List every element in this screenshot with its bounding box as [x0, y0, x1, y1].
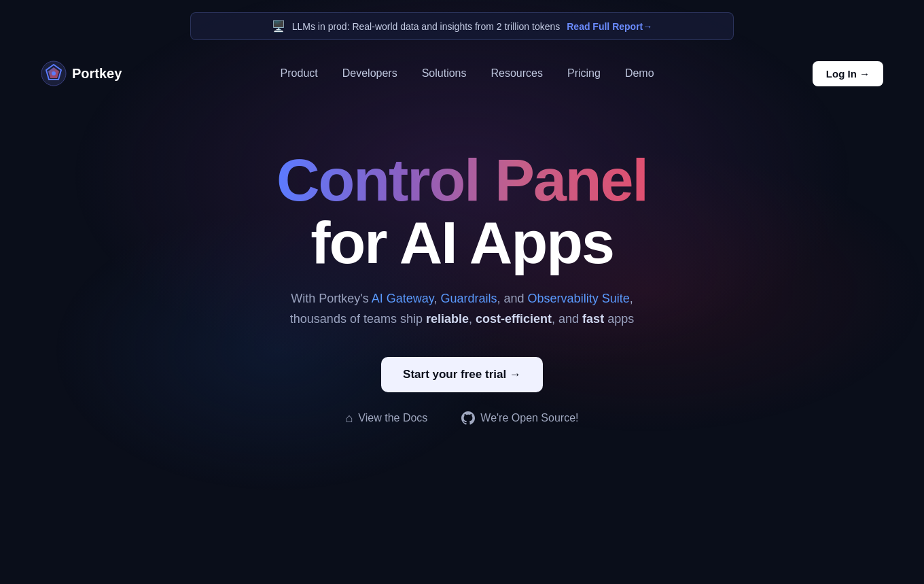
- logo[interactable]: Portkey: [41, 61, 122, 86]
- nav-item-resources[interactable]: Resources: [491, 67, 543, 80]
- nav-link-demo[interactable]: Demo: [625, 67, 654, 79]
- banner-text: LLMs in prod: Real-world data and insigh…: [292, 21, 561, 32]
- nav-link-developers[interactable]: Developers: [342, 67, 397, 79]
- announcement-banner: 🖥️ LLMs in prod: Real-world data and ins…: [190, 12, 734, 40]
- nav-link-solutions[interactable]: Solutions: [422, 67, 467, 79]
- subtitle-cost-efficient: cost-efficient: [476, 312, 552, 326]
- ai-gateway-link[interactable]: AI Gateway: [372, 292, 434, 305]
- docs-link[interactable]: ⌂ View the Docs: [345, 411, 427, 426]
- subtitle-fast: fast: [582, 312, 604, 326]
- nav-item-product[interactable]: Product: [281, 67, 318, 80]
- main-nav: Portkey Product Developers Solutions Res…: [0, 52, 924, 95]
- hero-title-line2: for AI Apps: [277, 211, 647, 274]
- subtitle-teams: thousands of teams ship: [290, 312, 426, 326]
- nav-link-product[interactable]: Product: [281, 67, 318, 79]
- subtitle-prefix: With Portkey's: [291, 292, 371, 305]
- subtitle-comma1: ,: [434, 292, 441, 305]
- docs-icon: ⌂: [345, 411, 353, 426]
- logo-text: Portkey: [72, 66, 122, 82]
- subtitle-comma3: ,: [469, 312, 472, 326]
- subtitle-reliable: reliable: [426, 312, 469, 326]
- github-icon: [461, 411, 475, 425]
- hero-title: Control Panel for AI Apps: [277, 149, 647, 275]
- observability-link[interactable]: Observability Suite: [528, 292, 630, 305]
- subtitle-and2: , and: [552, 312, 582, 326]
- banner-emoji: 🖥️: [272, 20, 285, 33]
- opensource-link[interactable]: We're Open Source!: [461, 411, 578, 425]
- nav-item-solutions[interactable]: Solutions: [422, 67, 467, 80]
- nav-link-pricing[interactable]: Pricing: [567, 67, 601, 79]
- opensource-label: We're Open Source!: [480, 412, 578, 424]
- hero-title-line1: Control Panel: [277, 149, 647, 211]
- cta-button[interactable]: Start your free trial →: [381, 357, 543, 392]
- hero-subtitle: With Portkey's AI Gateway, Guardrails, a…: [290, 288, 634, 330]
- guardrails-link[interactable]: Guardrails: [441, 292, 497, 305]
- svg-point-3: [52, 71, 56, 75]
- banner-link[interactable]: Read Full Report→: [567, 21, 652, 32]
- hero-section: Control Panel for AI Apps With Portkey's…: [0, 95, 924, 466]
- nav-links: Product Developers Solutions Resources P…: [281, 67, 654, 80]
- portkey-logo-icon: [41, 61, 67, 86]
- secondary-links: ⌂ View the Docs We're Open Source!: [345, 411, 578, 426]
- subtitle-and: , and: [497, 292, 528, 305]
- docs-label: View the Docs: [358, 412, 427, 424]
- nav-item-pricing[interactable]: Pricing: [567, 67, 601, 80]
- subtitle-apps: apps: [604, 312, 634, 326]
- nav-link-resources[interactable]: Resources: [491, 67, 543, 79]
- subtitle-comma2: ,: [630, 292, 633, 305]
- login-button[interactable]: Log In →: [813, 61, 883, 86]
- nav-item-demo[interactable]: Demo: [625, 67, 654, 80]
- nav-item-developers[interactable]: Developers: [342, 67, 397, 80]
